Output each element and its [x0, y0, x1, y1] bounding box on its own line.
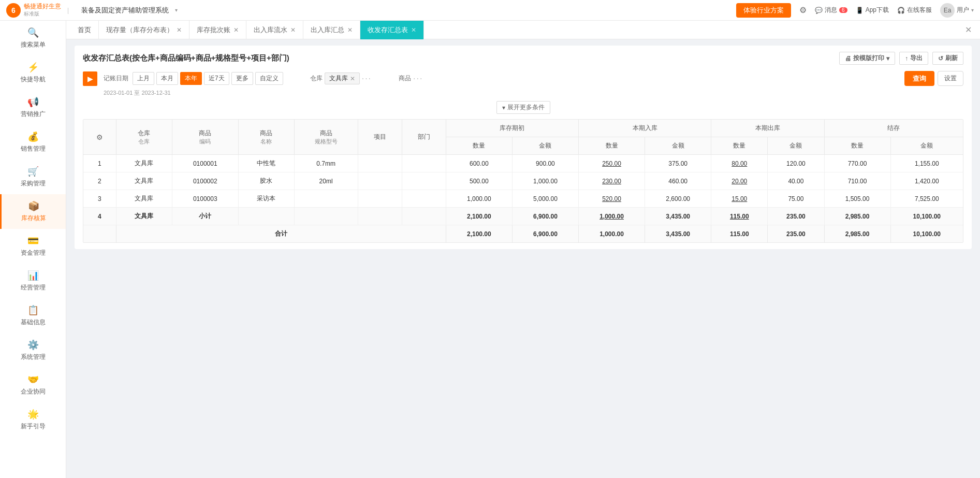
row2-name: 胶水 [238, 172, 294, 190]
print-dropdown-arrow: ▾ [886, 55, 889, 62]
goods-more-btn[interactable]: ··· [413, 74, 423, 83]
date-btn-last-month[interactable]: 上月 [133, 72, 154, 85]
refresh-button[interactable]: ↺ 刷新 [932, 52, 963, 65]
subtotal-out-amt: 235.00 [768, 208, 824, 225]
row1-close-qty: 770.00 [824, 155, 890, 172]
th-dept: 部门 [402, 120, 446, 155]
date-btn-more[interactable]: 更多 [231, 72, 253, 85]
warehouse-more-btn[interactable]: ··· [362, 74, 372, 83]
table-row: 1 文具库 0100001 中性笔 0.7mm 600.00 900.00 [83, 155, 963, 172]
footer-close-qty: 2,985.00 [824, 225, 890, 243]
sidebar-label-search: 搜索菜单 [21, 40, 46, 49]
main-card: 收发存汇总表(按仓库+商品编码+商品+规格型号+项目+部门) 🖨 按模版打印 ▾… [75, 46, 972, 249]
date-btn-custom[interactable]: 自定义 [255, 72, 283, 85]
sidebar-label-marketing: 营销推广 [21, 110, 46, 119]
row1-in-qty[interactable]: 250.00 [579, 155, 645, 172]
row1-out-qty[interactable]: 80.00 [711, 155, 768, 172]
tab-receive-send-label: 收发存汇总表 [368, 25, 408, 35]
sidebar-item-basic[interactable]: 📋 基础信息 [0, 298, 66, 333]
sidebar-label-basic: 基础信息 [21, 318, 46, 327]
th-in-qty: 数量 [579, 137, 645, 155]
row3-close-qty: 1,505.00 [824, 190, 890, 208]
subtotal-out-qty[interactable]: 115.00 [711, 208, 768, 225]
app-download-btn[interactable]: 📱 App下载 [856, 6, 889, 15]
tab-in-out-summary[interactable]: 出入库汇总 ✕ [303, 21, 360, 39]
filter-settings-button[interactable]: 设置 [938, 71, 963, 86]
tab-receive-send-close[interactable]: ✕ [411, 26, 416, 34]
main-layout: 🔍 搜索菜单 ⚡ 快捷导航 📢 营销推广 💰 销售管理 🛒 采购管理 📦 [0, 21, 980, 478]
close-all-tabs[interactable]: ✕ [961, 25, 976, 35]
sidebar-item-system[interactable]: ⚙️ 系统管理 [0, 333, 66, 368]
subtotal-in-qty[interactable]: 1,000.00 [579, 208, 645, 225]
row2-close-amt: 1,420.00 [890, 172, 963, 190]
system-dropdown-arrow[interactable]: ▾ [175, 7, 178, 13]
row3-dept [402, 190, 446, 208]
online-service-btn[interactable]: 🎧 在线客服 [897, 6, 932, 15]
tab-receive-send-summary[interactable]: 收发存汇总表 ✕ [360, 21, 424, 39]
filter-area: ▶ 记账日期 上月 本月 本年 近7天 更多 自定义 [83, 71, 963, 114]
data-table-container: ⚙ 仓库 仓库 商品 编码 [83, 119, 963, 243]
settings-gear-icon: ⚙ [96, 133, 103, 141]
tab-stock-dist-close[interactable]: ✕ [177, 26, 182, 34]
sidebar-item-search[interactable]: 🔍 搜索菜单 [0, 21, 66, 55]
sidebar-item-sales[interactable]: 💰 销售管理 [0, 125, 66, 160]
table-row: 2 文具库 0100002 胶水 20ml 500.00 1,000.00 [83, 172, 963, 190]
tab-in-out-flow-close[interactable]: ✕ [290, 26, 296, 34]
row2-code: 0100002 [172, 172, 238, 190]
user-area[interactable]: Ea 用户 ▾ [940, 3, 974, 18]
page-content: 收发存汇总表(按仓库+商品编码+商品+规格型号+项目+部门) 🖨 按模版打印 ▾… [66, 39, 980, 478]
date-btn-7days[interactable]: 近7天 [204, 72, 229, 85]
sidebar-label-system: 系统管理 [21, 353, 46, 361]
row2-out-qty[interactable]: 20.00 [711, 172, 768, 190]
tab-stock-dist[interactable]: 现存量（库存分布表） ✕ [99, 21, 189, 39]
row1-dept [402, 155, 446, 172]
top-bar-left: 6 畅捷通好生意 标准版 | 装备及固定资产辅助管理系统 ▾ [6, 3, 178, 18]
sidebar-item-inventory[interactable]: 📦 库存核算 [0, 194, 66, 229]
subtotal-open-amt: 6,900.00 [512, 208, 578, 225]
search-icon: 🔍 [27, 27, 39, 38]
filter-toggle-button[interactable]: ▶ [83, 71, 97, 86]
row2-in-qty[interactable]: 230.00 [579, 172, 645, 190]
row2-open-amt: 1,000.00 [512, 172, 578, 190]
sidebar-item-marketing[interactable]: 📢 营销推广 [0, 90, 66, 125]
settings-icon[interactable]: ⚙ [799, 5, 807, 15]
expand-more-button[interactable]: ▾ 展开更多条件 [496, 101, 550, 114]
row3-in-amt: 2,600.00 [645, 190, 711, 208]
app-download-label: App下载 [866, 6, 889, 15]
app-name: 畅捷通好生意 [24, 3, 61, 11]
tab-in-out-summary-close[interactable]: ✕ [347, 26, 353, 34]
th-settings[interactable]: ⚙ [83, 120, 116, 155]
export-button[interactable]: ↑ 导出 [899, 52, 928, 65]
row3-out-qty[interactable]: 15.00 [711, 190, 768, 208]
sidebar-item-enterprise[interactable]: 🤝 企业协同 [0, 368, 66, 402]
tab-batch-ledger[interactable]: 库存批次账 ✕ [189, 21, 246, 39]
tab-batch-ledger-close[interactable]: ✕ [233, 26, 239, 34]
sidebar-item-quick-nav[interactable]: ⚡ 快捷导航 [0, 55, 66, 90]
sidebar-item-finance[interactable]: 💳 资金管理 [0, 229, 66, 264]
print-button[interactable]: 🖨 按模版打印 ▾ [839, 52, 895, 65]
message-btn[interactable]: 💬 消息 6 [815, 6, 847, 15]
tab-home[interactable]: 首页 [70, 21, 99, 39]
right-actions: 🖨 按模版打印 ▾ ↑ 导出 ↺ 刷新 [839, 52, 963, 65]
warehouse-tag-close[interactable]: ✕ [350, 75, 355, 82]
app-container: 6 畅捷通好生意 标准版 | 装备及固定资产辅助管理系统 ▾ 体验行业方案 ⚙ … [0, 0, 980, 478]
row2-project [358, 172, 402, 190]
row3-in-qty[interactable]: 520.00 [579, 190, 645, 208]
row1-open-amt: 900.00 [512, 155, 578, 172]
sidebar-item-guide[interactable]: 🌟 新手引导 [0, 402, 66, 437]
goods-filter-label: 商品 [399, 74, 411, 83]
date-btn-this-year[interactable]: 本年 [180, 72, 202, 85]
expand-row: ▾ 展开更多条件 [83, 101, 963, 114]
sidebar-item-purchase[interactable]: 🛒 采购管理 [0, 160, 66, 194]
sidebar-item-operation[interactable]: 📊 经营管理 [0, 264, 66, 298]
date-btn-this-month[interactable]: 本月 [156, 72, 178, 85]
th-warehouse-sub: 仓库 [138, 138, 150, 144]
row2-warehouse: 文具库 [116, 172, 172, 190]
sales-icon: 💰 [27, 131, 39, 142]
message-label: 消息 [825, 6, 837, 15]
date-filter-label: 记账日期 [104, 74, 128, 83]
inventory-icon: 📦 [28, 200, 39, 212]
tab-in-out-flow[interactable]: 出入库流水 ✕ [246, 21, 303, 39]
try-industry-button[interactable]: 体验行业方案 [736, 3, 791, 18]
query-button[interactable]: 查询 [904, 71, 934, 86]
